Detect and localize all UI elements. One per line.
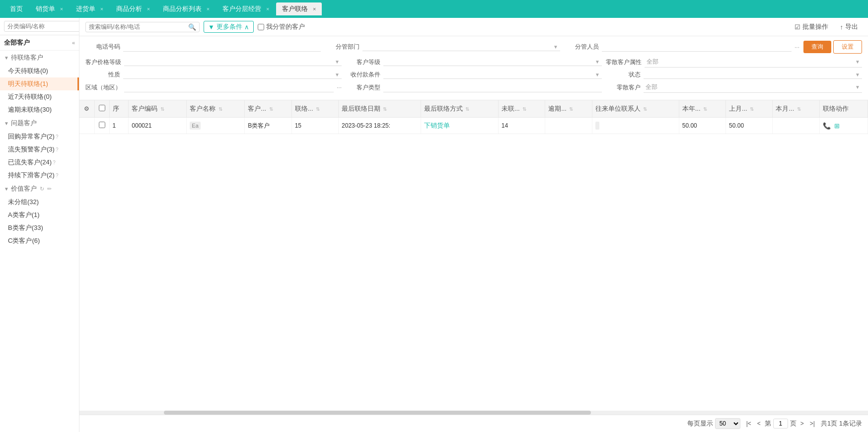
th-last-date[interactable]: 最后联络日期 ⇅	[339, 100, 421, 118]
scrollbar-thumb[interactable]	[164, 411, 591, 415]
filter-cell-retail-attr: 零散客户属性 全部 ▼	[606, 57, 862, 68]
manager-input[interactable]	[602, 42, 792, 52]
manager-dots-btn[interactable]: ···	[795, 44, 799, 51]
th-last-method[interactable]: 最后联络方式 ⇅	[421, 100, 498, 118]
retail-cust-select[interactable]: 全部 ▼	[644, 82, 862, 93]
sidebar-item-repurchase-abnormal[interactable]: 回购异常客户(2) ?	[0, 130, 79, 143]
th-cust-type[interactable]: 客户... ⇅	[245, 100, 291, 118]
nav-customer-segment[interactable]: 客户分层经营 ×	[217, 2, 275, 15]
cust-grade-select[interactable]: ▼	[383, 58, 602, 66]
nature-select[interactable]: ▼	[123, 71, 342, 79]
next-page-button[interactable]: >	[798, 419, 806, 428]
main-search-input[interactable]	[89, 23, 188, 30]
td-last-method[interactable]: 下销货单	[421, 118, 498, 134]
td-no: 1	[109, 118, 129, 134]
sidebar-item-7days[interactable]: 近7天待联络(0)	[0, 90, 79, 103]
close-customer-contact-icon[interactable]: ×	[313, 6, 316, 12]
th-no-contact[interactable]: 未联... ⇅	[498, 100, 545, 118]
batch-action-button[interactable]: ☑ 批量操作	[791, 21, 832, 32]
export-button[interactable]: ↑ 导出	[836, 21, 863, 32]
cust-type-label: 客户类型	[346, 83, 380, 92]
dept-select[interactable]: ▼	[362, 43, 560, 51]
td-check[interactable]	[94, 118, 109, 134]
help-icon-2[interactable]: ?	[56, 147, 59, 152]
sidebar-item-class-c[interactable]: C类客户(6)	[0, 234, 79, 247]
page-number-input[interactable]	[773, 419, 788, 429]
td-this-year: 50.00	[679, 118, 725, 134]
chevron-up-icon: ∧	[244, 23, 249, 31]
phone-input[interactable]	[123, 42, 321, 52]
sidebar-item-churned[interactable]: 已流失客户(24) ?	[0, 156, 79, 169]
status-select[interactable]: ▼	[644, 71, 862, 79]
cust-type-input[interactable]	[383, 83, 602, 92]
th-unit-contacts[interactable]: 往来单位联系人 ⇅	[592, 100, 679, 118]
th-check[interactable]	[94, 100, 109, 118]
last-page-button[interactable]: >|	[808, 419, 817, 428]
th-name[interactable]: 客户名称 ⇅	[187, 100, 245, 118]
th-this-year[interactable]: 本年... ⇅	[679, 100, 725, 118]
nav-product-analysis-list[interactable]: 商品分析列表 ×	[157, 2, 216, 15]
sidebar-item-overdue[interactable]: 逾期未联络(30)	[0, 103, 79, 116]
nav-purchase-order[interactable]: 进货单 ×	[70, 2, 109, 15]
my-customers-checkbox[interactable]	[258, 24, 264, 30]
help-icon-1[interactable]: ?	[56, 134, 59, 140]
table-footer: 每页显示 50 100 200 |< < 第 页 > >| 共1页 1条记录	[79, 415, 868, 432]
my-customers-checkbox-label[interactable]: 我分管的客户	[258, 22, 305, 31]
select-all-checkbox[interactable]	[99, 105, 105, 111]
collapse-sidebar-icon[interactable]: «	[72, 40, 75, 46]
close-sales-order-icon[interactable]: ×	[60, 6, 63, 12]
sidebar-item-declining[interactable]: 持续下滑客户(2) ?	[0, 169, 79, 182]
th-contacts[interactable]: 联络... ⇅	[291, 100, 338, 118]
help-icon-4[interactable]: ?	[56, 173, 59, 178]
total-records-text: 共1页 1条记录	[821, 419, 862, 428]
sidebar-item-class-b[interactable]: B类客户(33)	[0, 221, 79, 234]
more-filter-button[interactable]: ▼ 更多条件 ∧	[204, 21, 254, 33]
phone-label: 电话号码	[85, 43, 120, 51]
close-product-analysis-list-icon[interactable]: ×	[207, 6, 210, 12]
sidebar-item-ungrouped[interactable]: 未分组(32)	[0, 196, 79, 209]
th-overdue[interactable]: 逾期... ⇅	[545, 100, 592, 118]
setting-button[interactable]: 设置	[833, 40, 862, 54]
call-action-icon[interactable]: 📞	[823, 122, 831, 130]
nav-customer-contact[interactable]: 客户联络 ×	[276, 2, 322, 15]
sidebar-item-churn-warning[interactable]: 流失预警客户(3) ?	[0, 143, 79, 156]
first-page-button[interactable]: |<	[744, 419, 753, 428]
sort-name-icon: ⇅	[218, 106, 222, 112]
all-customers-header[interactable]: 全部客户 «	[0, 35, 79, 51]
row-checkbox[interactable]	[99, 122, 105, 128]
sidebar-item-class-a[interactable]: A类客户(1)	[0, 209, 79, 221]
td-contact-action[interactable]: 📞 ⊞	[819, 118, 868, 134]
nav-home[interactable]: 首页	[4, 2, 29, 15]
nav-product-analysis[interactable]: 商品分析 ×	[110, 2, 156, 15]
nav-sales-order[interactable]: 销货单 ×	[30, 2, 69, 15]
edit-icon[interactable]: ✏	[47, 186, 52, 192]
sidebar-group-problem: ▼ 问题客户	[0, 116, 79, 130]
refresh-icon[interactable]: ↻	[40, 186, 44, 192]
area-input[interactable]	[124, 83, 334, 92]
area-dots-btn[interactable]: ···	[337, 84, 342, 91]
retail-attr-select[interactable]: 全部 ▼	[645, 57, 862, 68]
prev-page-button[interactable]: <	[755, 419, 763, 428]
batch-icon: ☑	[795, 23, 800, 31]
filter-cell-status: 状态 ▼	[606, 71, 862, 79]
main-search-icon[interactable]: 🔍	[188, 23, 196, 31]
horizontal-scrollbar[interactable]	[79, 411, 868, 415]
th-gear[interactable]: ⚙	[79, 100, 94, 118]
per-page-select[interactable]: 50 100 200	[715, 418, 740, 429]
payment-select[interactable]: ▼	[383, 71, 602, 79]
last-method-link[interactable]: 下销货单	[424, 122, 450, 129]
cust-level-select[interactable]: ▼	[124, 58, 342, 66]
close-purchase-order-icon[interactable]: ×	[100, 6, 103, 12]
qr-action-icon[interactable]: ⊞	[834, 122, 840, 130]
help-icon-3[interactable]: ?	[53, 160, 56, 165]
sidebar-item-today[interactable]: 今天待联络(0)	[0, 65, 79, 77]
sidebar-item-tomorrow[interactable]: 明天待联络(1)	[0, 77, 79, 90]
close-customer-segment-icon[interactable]: ×	[266, 6, 269, 12]
th-code[interactable]: 客户编码 ⇅	[129, 100, 187, 118]
close-product-analysis-icon[interactable]: ×	[147, 6, 150, 12]
sort-unit-icon: ⇅	[643, 106, 647, 112]
query-button[interactable]: 查询	[803, 41, 831, 53]
th-this-month[interactable]: 本月... ⇅	[773, 100, 819, 118]
sidebar-search-input[interactable]	[4, 21, 79, 32]
th-last-month[interactable]: 上月... ⇅	[726, 100, 773, 118]
